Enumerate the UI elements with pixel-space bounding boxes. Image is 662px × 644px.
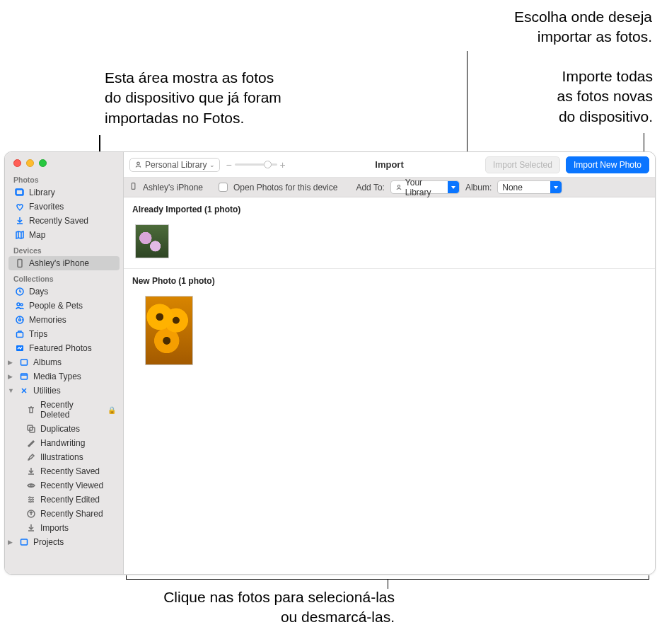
content-area: Already Imported (1 photo) New Photo (1 … [124, 197, 655, 574]
album-icon [19, 357, 29, 367]
sidebar-item-label: Favorites [29, 202, 64, 212]
trash-icon [26, 405, 36, 415]
sidebar-item-library[interactable]: Library [5, 185, 123, 200]
import-icon [26, 523, 36, 533]
zoom-slider[interactable]: − + [226, 159, 285, 171]
library-picker[interactable]: Personal Library ⌄ [129, 158, 220, 172]
sidebar-item-label: Imports [40, 523, 69, 533]
sidebar-item-recently-saved-u[interactable]: Recently Saved [5, 464, 123, 478]
sidebar-item-label: Recently Edited [40, 495, 100, 505]
callout-line [126, 575, 127, 580]
sidebar: Photos Library Favorites Recently Saved … [5, 152, 124, 574]
person-icon [395, 183, 402, 191]
svg-point-17 [30, 501, 31, 502]
sidebar-item-albums[interactable]: ▶ Albums [5, 355, 123, 369]
main-pane: Personal Library ⌄ − + Import Import Sel… [124, 152, 655, 574]
callout-line [649, 575, 649, 580]
sidebar-item-label: People & Pets [29, 301, 83, 311]
sidebar-item-label: Featured Photos [29, 343, 92, 353]
sidebar-item-favorites[interactable]: Favorites [5, 200, 123, 214]
zoom-minus-icon: − [226, 159, 231, 171]
svg-point-5 [21, 304, 23, 306]
heart-icon [15, 202, 25, 212]
chevron-right-icon: ▶ [8, 539, 15, 546]
maximize-button[interactable] [39, 159, 47, 167]
sidebar-item-label: Recently Saved [40, 466, 100, 476]
pencil-icon [26, 438, 36, 448]
sidebar-item-recently-shared[interactable]: Recently Shared [5, 507, 123, 521]
import-new-button[interactable]: Import New Photo [566, 156, 649, 173]
sidebar-item-recently-edited[interactable]: Recently Edited [5, 493, 123, 507]
open-photos-checkbox[interactable] [219, 183, 228, 192]
window-title: Import [375, 159, 403, 170]
sidebar-item-projects[interactable]: ▶ Projects [5, 535, 123, 549]
sidebar-item-trips[interactable]: Trips [5, 327, 123, 341]
sidebar-item-recently-viewed[interactable]: Recently Viewed [5, 478, 123, 493]
sidebar-item-recently-saved[interactable]: Recently Saved [5, 214, 123, 228]
sidebar-item-memories[interactable]: Memories [5, 313, 123, 327]
sidebar-item-label: Memories [29, 315, 66, 325]
projects-icon [19, 537, 29, 547]
sidebar-item-duplicates[interactable]: Duplicates [5, 422, 123, 436]
sidebar-item-recently-deleted[interactable]: Recently Deleted 🔒 [5, 398, 123, 422]
share-icon [26, 509, 36, 519]
sidebar-item-label: Map [29, 230, 45, 240]
sidebar-item-device[interactable]: Ashley's iPhone [8, 256, 120, 270]
sidebar-item-label: Recently Shared [40, 509, 103, 519]
zoom-thumb[interactable] [264, 161, 272, 168]
sidebar-item-illustrations[interactable]: Illustrations [5, 450, 123, 464]
photo-thumbnail[interactable] [135, 224, 169, 258]
phone-icon [15, 258, 25, 268]
svg-rect-11 [21, 374, 28, 379]
sidebar-item-label: Trips [29, 329, 47, 339]
device-name: Ashley's iPhone [143, 183, 203, 192]
album-select[interactable]: None [497, 180, 562, 194]
sidebar-item-label: Days [29, 287, 48, 297]
svg-rect-21 [132, 183, 135, 190]
zoom-track[interactable] [235, 163, 277, 166]
close-button[interactable] [13, 159, 21, 167]
download-icon [15, 216, 25, 226]
annotation-click-select: Clique nas fotos para selecioná-las ou d… [55, 587, 395, 628]
sidebar-item-utilities[interactable]: ▼ Utilities [5, 384, 123, 398]
add-to-select[interactable]: Your Library [390, 180, 460, 194]
sidebar-item-map[interactable]: Map [5, 228, 123, 242]
lock-icon: 🔒 [108, 406, 116, 414]
annotation-import-all: Importe todas as fotos novas do disposit… [501, 67, 653, 127]
window-controls [5, 152, 123, 171]
download-icon [26, 466, 36, 476]
sidebar-item-label: Illustrations [40, 452, 83, 462]
annotation-already-imported: Esta área mostra as fotos do dispositivo… [105, 68, 331, 128]
sidebar-item-label: Utilities [33, 386, 61, 396]
chevron-right-icon: ▶ [8, 359, 15, 366]
svg-point-7 [19, 319, 21, 321]
album-value: None [502, 183, 523, 192]
featured-icon [15, 343, 25, 353]
minimize-button[interactable] [26, 159, 34, 167]
brush-icon [26, 452, 36, 462]
sidebar-item-imports[interactable]: Imports [5, 521, 123, 535]
phone-icon [129, 181, 137, 193]
sidebar-item-handwriting[interactable]: Handwriting [5, 436, 123, 450]
sidebar-item-featured[interactable]: Featured Photos [5, 341, 123, 355]
svg-rect-10 [21, 360, 28, 365]
chevron-right-icon: ▶ [8, 373, 15, 380]
sidebar-item-people-pets[interactable]: People & Pets [5, 299, 123, 313]
svg-rect-19 [21, 539, 28, 545]
already-imported-header: Already Imported (1 photo) [124, 197, 655, 219]
library-label: Personal Library [145, 160, 207, 170]
open-photos-label: Open Photos for this device [233, 183, 337, 192]
svg-point-15 [29, 497, 30, 498]
eye-icon [26, 481, 36, 490]
svg-point-14 [30, 485, 33, 487]
suitcase-icon [15, 329, 25, 339]
import-selected-button[interactable]: Import Selected [485, 156, 560, 173]
sidebar-item-media-types[interactable]: ▶ Media Types [5, 369, 123, 384]
sidebar-item-days[interactable]: Days [5, 284, 123, 299]
people-icon [15, 301, 25, 311]
photo-thumbnail[interactable] [145, 296, 193, 365]
sidebar-section-photos: Photos [5, 171, 123, 185]
clock-icon [15, 287, 25, 297]
svg-point-20 [137, 162, 140, 165]
zoom-plus-icon: + [280, 159, 286, 171]
